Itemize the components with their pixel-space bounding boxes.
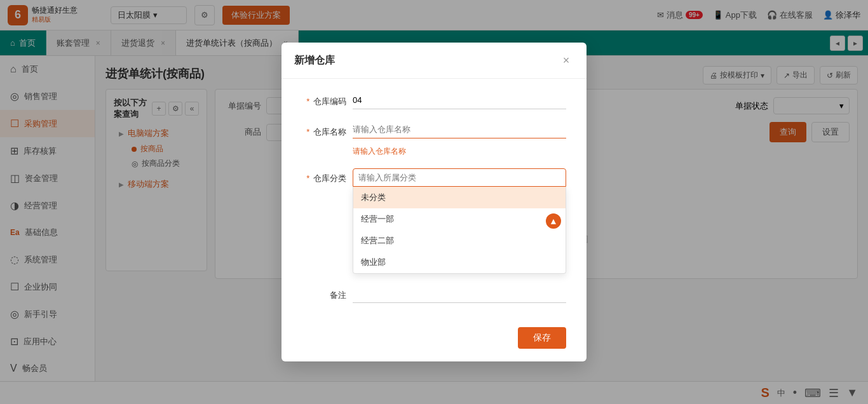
modal-footer: 保存 bbox=[281, 327, 587, 349]
warehouse-code-row: * 仓库编码 bbox=[302, 91, 566, 109]
dropdown-item-ops2[interactable]: 经营二部 bbox=[353, 230, 566, 252]
warehouse-category-wrapper: ▲ 未分类 经营一部 经营二部 物业部 bbox=[353, 168, 566, 274]
warehouse-name-input[interactable] bbox=[353, 121, 566, 138]
required-star-name: * bbox=[306, 127, 309, 137]
warehouse-name-error: 请输入仓库名称 bbox=[302, 145, 566, 157]
required-star-code: * bbox=[306, 97, 309, 106]
modal-title: 新增仓库 bbox=[294, 54, 335, 67]
modal-body: * 仓库编码 * 仓库名称 请输入仓库名称 bbox=[281, 79, 587, 327]
warehouse-category-input[interactable] bbox=[353, 168, 566, 187]
warehouse-name-error-msg: 请输入仓库名称 bbox=[353, 146, 566, 157]
warehouse-remark-input[interactable] bbox=[353, 285, 566, 303]
warehouse-name-label: * 仓库名称 bbox=[302, 122, 346, 138]
warehouse-category-label: * 仓库分类 bbox=[302, 168, 346, 184]
warehouse-remark-label: 备注 bbox=[302, 285, 346, 301]
required-star-cat: * bbox=[306, 173, 309, 183]
category-toggle-button[interactable]: ▲ bbox=[546, 213, 561, 229]
warehouse-name-field: * 仓库名称 bbox=[302, 121, 566, 138]
category-dropdown: 未分类 经营一部 经营二部 物业部 bbox=[353, 187, 566, 274]
warehouse-name-row: * 仓库名称 请输入仓库名称 bbox=[302, 121, 566, 157]
modal-header: 新增仓库 × bbox=[281, 43, 587, 79]
warehouse-remark-row: 备注 bbox=[302, 285, 566, 303]
warehouse-code-label: * 仓库编码 bbox=[302, 91, 346, 107]
dropdown-item-none[interactable]: 未分类 bbox=[353, 187, 566, 208]
dropdown-item-ops1[interactable]: 经营一部 bbox=[353, 208, 566, 230]
modal-overlay[interactable]: 新增仓库 × * 仓库编码 * 仓库名称 bbox=[0, 0, 868, 404]
warehouse-category-row: * 仓库分类 ▲ 未分类 经营一部 经营二部 物业部 bbox=[302, 168, 566, 274]
modal-close-button[interactable]: × bbox=[559, 53, 574, 68]
warehouse-code-input[interactable] bbox=[353, 91, 566, 109]
dropdown-item-property[interactable]: 物业部 bbox=[353, 252, 566, 273]
modal-save-button[interactable]: 保存 bbox=[518, 327, 566, 349]
new-warehouse-modal: 新增仓库 × * 仓库编码 * 仓库名称 bbox=[281, 43, 587, 361]
